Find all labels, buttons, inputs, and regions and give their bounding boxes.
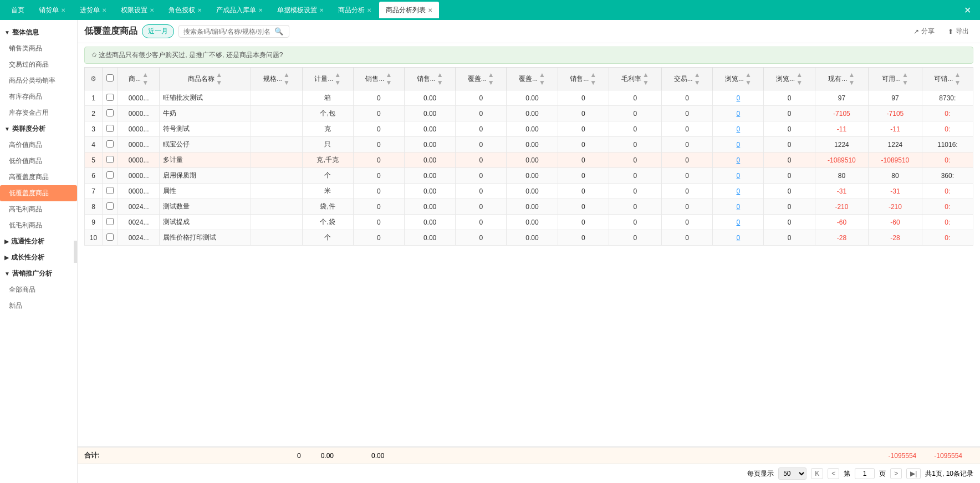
nav-template[interactable]: 单据模板设置 ✕ (270, 2, 330, 18)
sidebar-item-high-coverage[interactable]: 高覆盖度商品 (0, 169, 77, 185)
cell-check-2[interactable] (103, 121, 118, 137)
sidebar-item-traded-goods[interactable]: 交易过的商品 (0, 57, 77, 73)
cell-view1-0[interactable]: 0 (713, 90, 764, 106)
nav-analysis[interactable]: 商品分析 ✕ (331, 2, 378, 18)
nav-roles[interactable]: 角色授权 ✕ (162, 2, 208, 18)
sidebar-section-marketing[interactable]: ▼ 营销推广分析 (0, 266, 77, 282)
nav-permissions-close[interactable]: ✕ (150, 7, 154, 13)
search-input[interactable] (183, 28, 272, 35)
sidebar-item-new-goods[interactable]: 新品 (0, 298, 77, 314)
page-number-input[interactable] (855, 468, 875, 479)
col-gross-rate[interactable]: 毛利率▲▼ (609, 68, 661, 90)
cell-check-7[interactable] (103, 199, 118, 215)
cell-check-4[interactable] (103, 152, 118, 168)
col-sales-amount[interactable]: 销售...▲▼ (404, 68, 455, 90)
row-checkbox-5[interactable] (106, 171, 114, 179)
export-button[interactable]: ⬆ 导出 (943, 25, 973, 38)
row-checkbox-2[interactable] (106, 125, 114, 132)
nav-purchase-close[interactable]: ✕ (102, 7, 106, 13)
sidebar-section-flow[interactable]: ▶ 流通性分析 (0, 233, 77, 250)
sidebar-item-sales-goods[interactable]: 销售类商品 (0, 40, 77, 57)
cell-view1-2[interactable]: 0 (713, 121, 764, 137)
col-checkbox[interactable] (103, 68, 118, 90)
cell-check-8[interactable] (103, 215, 118, 230)
row-checkbox-7[interactable] (106, 202, 114, 210)
cell-view1-8[interactable]: 0 (713, 215, 764, 230)
sidebar-item-high-gross[interactable]: 高毛利商品 (0, 201, 77, 217)
col-trade[interactable]: 交易...▲▼ (662, 68, 713, 90)
nav-products-inbound-close[interactable]: ✕ (258, 7, 263, 13)
row-checkbox-9[interactable] (106, 233, 114, 241)
section-arrow-marketing: ▼ (4, 271, 10, 277)
filter-recent-month-button[interactable]: 近一月 (142, 24, 174, 38)
cell-view1-6[interactable]: 0 (713, 184, 764, 199)
nav-sales-close[interactable]: ✕ (61, 7, 65, 13)
row-checkbox-8[interactable] (106, 218, 114, 225)
last-page-button[interactable]: ▶| (906, 468, 921, 479)
row-checkbox-1[interactable] (106, 109, 114, 116)
nav-analysis-list-close[interactable]: ✕ (428, 7, 432, 13)
nav-purchase[interactable]: 进货单 ✕ (73, 2, 113, 18)
cell-view1-9[interactable]: 0 (713, 230, 764, 246)
window-close-button[interactable]: ✕ (959, 3, 976, 18)
nav-sales[interactable]: 销货单 ✕ (32, 2, 72, 18)
info-banner: ✩ 这些商品只有很少客户购买过, 是推广不够, 还是商品本身问题? (84, 47, 973, 64)
col-sellable[interactable]: 可销...▲▼ (922, 68, 973, 90)
col-available-stock[interactable]: 可用...▲▼ (869, 68, 922, 90)
sidebar-item-capital[interactable]: 库存资金占用 (0, 105, 77, 121)
row-checkbox-3[interactable] (106, 140, 114, 148)
col-code[interactable]: 商...▲▼ (118, 68, 160, 90)
nav-analysis-close[interactable]: ✕ (367, 7, 371, 13)
share-button[interactable]: ↗ 分享 (909, 25, 939, 38)
cell-view1-7[interactable]: 0 (713, 199, 764, 215)
sidebar-item-low-gross[interactable]: 低毛利商品 (0, 217, 77, 233)
sidebar-item-high-value[interactable]: 高价值商品 (0, 137, 77, 153)
col-coverage2[interactable]: 覆盖...▲▼ (507, 68, 558, 90)
sidebar-collapse-button[interactable]: 《 (74, 241, 78, 263)
col-current-stock[interactable]: 现有...▲▼ (815, 68, 868, 90)
page-size-select[interactable]: 50 20 100 (778, 467, 807, 480)
cell-check-5[interactable] (103, 168, 118, 184)
cell-view1-3[interactable]: 0 (713, 137, 764, 152)
nav-analysis-list[interactable]: 商品分析列表 ✕ (379, 2, 439, 18)
row-checkbox-6[interactable] (106, 187, 114, 194)
col-name[interactable]: 商品名称▲▼ (160, 68, 251, 90)
col-view2[interactable]: 浏览...▲▼ (764, 68, 815, 90)
sidebar-item-low-coverage[interactable]: 低覆盖度商品 (0, 185, 77, 201)
first-page-button[interactable]: K (811, 468, 823, 479)
nav-home[interactable]: 首页 (4, 2, 31, 18)
nav-permissions[interactable]: 权限设置 ✕ (114, 2, 161, 18)
row-checkbox-0[interactable] (106, 94, 114, 101)
prev-page-button[interactable]: < (828, 468, 839, 479)
col-unit[interactable]: 计量...▲▼ (302, 68, 353, 90)
cell-check-6[interactable] (103, 184, 118, 199)
col-sales-days[interactable]: 销售...▲▼ (558, 68, 609, 90)
nav-products-inbound[interactable]: 产成品入库单 ✕ (210, 2, 269, 18)
col-settings[interactable]: ⚙ (85, 68, 103, 90)
cell-check-1[interactable] (103, 106, 118, 121)
col-spec[interactable]: 规格...▲▼ (251, 68, 302, 90)
nav-roles-close[interactable]: ✕ (197, 7, 202, 13)
sidebar-section-overall[interactable]: ▼ 整体信息 (0, 24, 77, 40)
cell-avail-3: 1224 (869, 137, 922, 152)
cell-view1-1[interactable]: 0 (713, 106, 764, 121)
sidebar-item-category-rate[interactable]: 商品分类动销率 (0, 73, 77, 89)
nav-template-close[interactable]: ✕ (319, 7, 324, 13)
cell-check-3[interactable] (103, 137, 118, 152)
sidebar-section-growth[interactable]: ▶ 成长性分析 (0, 250, 77, 266)
cell-check-0[interactable] (103, 90, 118, 106)
cell-view1-5[interactable]: 0 (713, 168, 764, 184)
cell-view1-4[interactable]: 0 (713, 152, 764, 168)
sidebar-section-group[interactable]: ▼ 类群度分析 (0, 121, 77, 137)
sidebar-item-all-goods[interactable]: 全部商品 (0, 282, 77, 298)
col-sales-qty[interactable]: 销售...▲▼ (353, 68, 404, 90)
next-page-button[interactable]: > (890, 468, 902, 479)
sidebar-item-in-stock[interactable]: 有库存商品 (0, 89, 77, 105)
settings-icon[interactable]: ⚙ (90, 75, 96, 83)
row-checkbox-4[interactable] (106, 156, 114, 163)
col-coverage1[interactable]: 覆盖...▲▼ (456, 68, 507, 90)
sidebar-item-low-value[interactable]: 低价值商品 (0, 153, 77, 169)
select-all-checkbox[interactable] (106, 74, 114, 82)
col-view1[interactable]: 浏览...▲▼ (713, 68, 764, 90)
cell-check-9[interactable] (103, 230, 118, 246)
